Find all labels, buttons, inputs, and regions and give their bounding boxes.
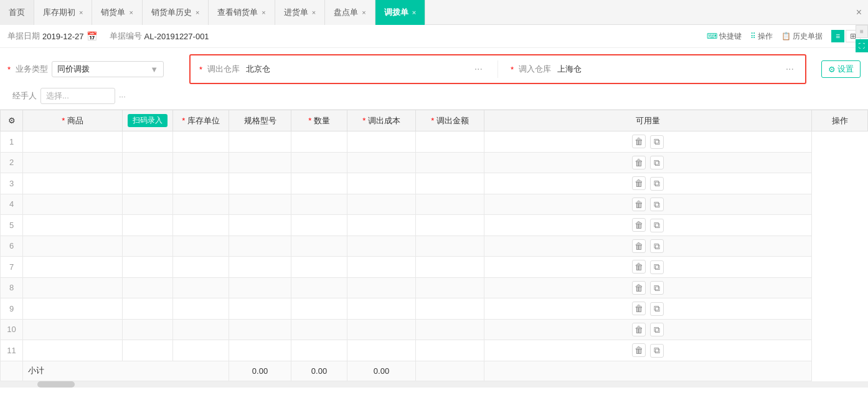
history-btn[interactable]: 📋 历史单据 [781, 31, 823, 42]
tab-sales-order-close[interactable]: × [129, 9, 133, 16]
row-7-copy-btn[interactable]: ⧉ [650, 260, 664, 274]
table-row: 5 🗑 ⧉ [1, 215, 868, 236]
scan-button[interactable]: 扫码录入 [128, 114, 167, 127]
row-6-delete-btn[interactable]: 🗑 [632, 239, 646, 253]
row-1-cost[interactable] [291, 131, 347, 153]
doc-date-value: 2019-12-27 [42, 32, 84, 41]
settings-gear-icon: ⚙ [828, 65, 836, 74]
col-settings[interactable]: ⚙ [1, 110, 23, 131]
subtotal-cost: 0.00 [291, 361, 347, 381]
row-num-2: 2 [1, 152, 23, 173]
tab-home[interactable]: 首页 [0, 0, 34, 25]
tab-view-sales-close[interactable]: × [262, 9, 265, 16]
business-type-label: 业务类型 [16, 64, 48, 75]
doc-date-label: 单据日期 [7, 31, 40, 42]
shortcut-btn[interactable]: ⌨ 快捷键 [707, 31, 742, 42]
right-tool-expand-btn[interactable]: ⛶ [856, 39, 868, 52]
business-type-select[interactable]: 同价调拨 ▼ [52, 61, 164, 77]
row-11-delete-btn[interactable]: 🗑 [632, 343, 646, 357]
row-3-delete-btn[interactable]: 🗑 [632, 176, 646, 190]
close-all-tabs[interactable]: × [856, 7, 862, 18]
view-list-btn[interactable]: ≡ [831, 30, 844, 42]
form-row1: * 业务类型 同价调拨 ▼ * 调出仓库 北京仓 ··· * 调入仓库 上海仓 … [0, 48, 868, 84]
row-1-amount[interactable] [347, 131, 416, 153]
row-num-1: 1 [1, 131, 23, 153]
settings-btn[interactable]: ⚙ 设置 [821, 60, 861, 78]
row-8-delete-btn[interactable]: 🗑 [632, 281, 646, 295]
row-5-delete-btn[interactable]: 🗑 [632, 218, 646, 232]
tab-inventory-init[interactable]: 库存期初 × [34, 0, 92, 25]
table-row: 4 🗑 ⧉ [1, 194, 868, 215]
row-1-available[interactable] [416, 131, 484, 153]
subtotal-row: 小计 0.00 0.00 0.00 [1, 361, 868, 381]
row-8-copy-btn[interactable]: ⧉ [650, 281, 664, 295]
warehouse-out-required: * [199, 65, 202, 74]
row-11-copy-btn[interactable]: ⧉ [650, 344, 664, 358]
calendar-icon[interactable]: 📅 [87, 31, 97, 41]
warehouse-out-more-btn[interactable]: ··· [472, 64, 485, 75]
warehouse-section: * 调出仓库 北京仓 ··· * 调入仓库 上海仓 ··· [189, 54, 806, 84]
warehouse-in-more-btn[interactable]: ··· [783, 64, 796, 75]
tab-purchase-order-label: 进货单 [284, 7, 308, 18]
col-available: 可用量 [484, 110, 812, 131]
handler-input[interactable]: 选择... [40, 88, 115, 104]
row-1-spec[interactable] [173, 131, 229, 153]
row-2-delete-btn[interactable]: 🗑 [632, 156, 646, 169]
handler-more-btn[interactable]: ··· [119, 92, 126, 101]
row-9-copy-btn[interactable]: ⧉ [650, 302, 664, 316]
scrollbar-thumb[interactable] [37, 381, 75, 388]
tab-sales-history-close[interactable]: × [196, 9, 199, 16]
tab-inventory-check[interactable]: 盘点单 × [325, 0, 375, 25]
operations-btn[interactable]: ⠿ 操作 [750, 31, 773, 42]
tab-inventory-check-close[interactable]: × [362, 9, 366, 16]
row-6-copy-btn[interactable]: ⧉ [650, 239, 664, 253]
subtotal-amount: 0.00 [347, 361, 416, 381]
col-cost: * 调出成本 [347, 110, 416, 131]
tab-inventory-check-label: 盘点单 [334, 7, 358, 18]
row-5-copy-btn[interactable]: ⧉ [650, 219, 664, 232]
subtotal-label: 小计 [23, 361, 229, 381]
warehouse-in-value: 上海仓 [557, 64, 582, 75]
warehouse-in-field: * 调入仓库 上海仓 ··· [511, 64, 796, 75]
tab-purchase-order-close[interactable]: × [312, 9, 316, 16]
row-4-copy-btn[interactable]: ⧉ [650, 198, 664, 211]
row-1-unit[interactable] [123, 131, 173, 153]
col-unit: * 库存单位 [173, 110, 229, 131]
horizontal-scrollbar[interactable] [0, 381, 868, 388]
tab-sales-order[interactable]: 销货单 × [92, 0, 142, 25]
tab-purchase-order[interactable]: 进货单 × [275, 0, 325, 25]
row-1-delete-btn[interactable]: 🗑 [632, 135, 646, 148]
data-table: ⚙ * 商品 扫码录入 * 库存单位 规格型号 * [0, 110, 868, 381]
row-1-copy-btn[interactable]: ⧉ [650, 135, 664, 149]
row-10-copy-btn[interactable]: ⧉ [650, 323, 664, 336]
tab-transfer-order[interactable]: 调拨单 × [375, 0, 425, 25]
toolbar: 单据日期 2019-12-27 📅 单据编号 AL-20191227-001 ⌨… [0, 25, 868, 48]
warehouse-in-label: 调入仓库 [519, 64, 551, 75]
col-spec: 规格型号 [229, 110, 291, 131]
shortcut-label: 快捷键 [719, 31, 742, 42]
main-content: 单据日期 2019-12-27 📅 单据编号 AL-20191227-001 ⌨… [0, 25, 868, 395]
tab-view-sales[interactable]: 查看销货单 × [209, 0, 275, 25]
tab-transfer-order-close[interactable]: × [412, 9, 416, 16]
gear-icon: ⚙ [8, 116, 16, 125]
tab-inventory-init-close[interactable]: × [79, 9, 83, 16]
col-quantity: * 数量 [291, 110, 347, 131]
row-1-product[interactable] [23, 131, 123, 153]
dropdown-arrow-icon: ▼ [150, 65, 158, 74]
table-row: 9 🗑 ⧉ [1, 298, 868, 320]
row-9-delete-btn[interactable]: 🗑 [632, 302, 646, 315]
row-3-copy-btn[interactable]: ⧉ [650, 177, 664, 191]
doc-number-field: 单据编号 AL-20191227-001 [110, 31, 209, 42]
row-4-delete-btn[interactable]: 🗑 [632, 198, 646, 211]
history-label: 历史单据 [793, 31, 823, 42]
row-7-delete-btn[interactable]: 🗑 [632, 260, 646, 274]
row-1-quantity[interactable] [229, 131, 291, 153]
tab-view-sales-label: 查看销货单 [217, 7, 258, 18]
row-2-copy-btn[interactable]: ⧉ [650, 156, 664, 169]
row-10-delete-btn[interactable]: 🗑 [632, 323, 646, 336]
tab-sales-history[interactable]: 销货单历史 × [143, 0, 209, 25]
table-row: 7 🗑 ⧉ [1, 257, 868, 278]
right-tool-list-btn[interactable]: ≡ [856, 25, 868, 38]
col-scan[interactable]: 扫码录入 [123, 110, 173, 131]
operations-label: 操作 [758, 31, 773, 42]
